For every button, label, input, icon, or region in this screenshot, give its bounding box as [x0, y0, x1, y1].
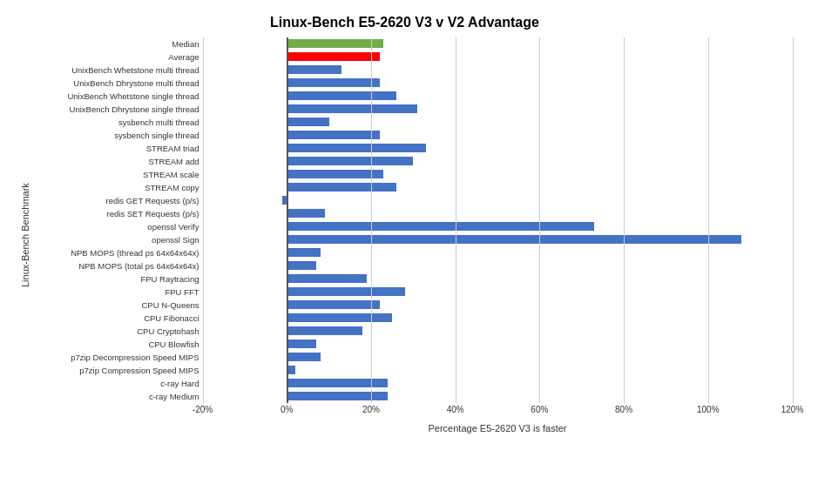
bar-element	[287, 379, 388, 387]
bar-area	[203, 377, 793, 389]
bar-row: sysbench single thread	[33, 129, 793, 141]
bar-row: STREAM copy	[33, 181, 793, 193]
bar-area	[203, 246, 793, 259]
bar-element	[287, 248, 321, 257]
bar-element	[287, 39, 383, 48]
bar-element	[287, 339, 316, 348]
bar-area	[203, 390, 793, 402]
row-label: CPU Blowfish	[33, 339, 203, 349]
bar-row: redis GET Requests (p/s)	[33, 194, 793, 206]
row-label: CPU N-Queens	[33, 300, 203, 310]
bar-row: STREAM scale	[33, 168, 793, 180]
bar-element	[287, 183, 396, 192]
bar-element	[287, 157, 413, 165]
x-tick-label: 80%	[615, 405, 632, 414]
bar-area	[203, 142, 793, 154]
bar-row: CPU Blowfish	[33, 338, 793, 350]
bar-area	[203, 325, 793, 337]
bar-element	[287, 287, 404, 296]
bar-element	[287, 65, 341, 74]
bar-row: NPB MOPS (thread ps 64x64x64x)	[33, 246, 793, 259]
x-axis-title: Percentage E5-2620 V3 is faster	[203, 423, 793, 433]
bar-element	[287, 274, 367, 283]
row-label: UnixBench Dhrystone single thread	[33, 104, 203, 114]
x-tick-label: 100%	[697, 405, 720, 414]
bar-row: redis SET Requests (p/s)	[33, 207, 793, 219]
row-label: c-ray Medium	[33, 392, 203, 401]
bar-area	[203, 194, 793, 206]
bar-row: CPU Fibonacci	[33, 312, 793, 324]
x-tick-label: -20%	[193, 405, 213, 414]
bar-area	[203, 77, 793, 89]
row-label: p7zip Decompression Speed MIPS	[33, 353, 203, 362]
chart-title: Linux-Bench E5-2620 V3 v V2 Advantage	[17, 15, 793, 30]
bar-element	[287, 52, 379, 61]
row-label: CPU Cryptohash	[33, 326, 203, 336]
x-tick-label: 120%	[781, 405, 804, 414]
bar-area	[203, 129, 793, 141]
bar-area	[203, 50, 793, 63]
bar-element	[287, 118, 328, 126]
x-tick-label: 40%	[447, 405, 464, 414]
row-label: UnixBench Dhrystone multi thread	[33, 78, 203, 88]
bar-area	[203, 364, 793, 376]
row-label: STREAM scale	[33, 170, 203, 179]
bar-area	[203, 207, 793, 219]
bar-element	[287, 353, 321, 361]
x-tick-label: 0%	[281, 405, 293, 414]
row-label: STREAM add	[33, 157, 203, 166]
bar-element	[287, 235, 741, 244]
bar-row: STREAM add	[33, 155, 793, 167]
bar-row: p7zip Compression Speed MIPS	[33, 364, 793, 376]
bar-element	[287, 78, 379, 87]
bar-element	[287, 91, 396, 100]
row-label: FPU FFT	[33, 287, 203, 297]
row-label: openssl Sign	[33, 235, 203, 245]
bar-element	[287, 104, 417, 113]
bar-row: FPU FFT	[33, 286, 793, 298]
bar-element	[287, 326, 362, 335]
bar-element	[287, 131, 379, 139]
row-label: openssl Verify	[33, 222, 203, 232]
row-label: redis GET Requests (p/s)	[33, 196, 203, 205]
bar-row: UnixBench Whetstone single thread	[33, 90, 793, 102]
bar-row: UnixBench Dhrystone multi thread	[33, 77, 793, 89]
bar-area	[203, 259, 793, 272]
bar-row: Average	[33, 50, 793, 63]
chart-container: Linux-Bench E5-2620 V3 v V2 Advantage Li…	[9, 6, 810, 498]
x-axis: -20%0%20%40%60%80%100%120%	[203, 405, 793, 407]
row-label: CPU Fibonacci	[33, 313, 203, 323]
bar-element	[287, 392, 388, 400]
x-tick-label: 60%	[531, 405, 548, 414]
row-label: sysbench single thread	[33, 131, 203, 140]
bar-area	[203, 286, 793, 298]
bar-element	[287, 366, 295, 374]
bar-row: sysbench multi thread	[33, 116, 793, 128]
bar-row: CPU Cryptohash	[33, 325, 793, 337]
bar-area	[203, 168, 793, 180]
bar-element	[287, 144, 426, 152]
bar-area	[203, 338, 793, 350]
bar-area	[203, 64, 793, 76]
bar-area	[203, 90, 793, 102]
row-label: FPU Raytracing	[33, 274, 203, 284]
row-label: STREAM triad	[33, 144, 203, 153]
bar-area	[203, 220, 793, 232]
bar-row: c-ray Hard	[33, 377, 793, 389]
bar-area	[203, 181, 793, 193]
row-label: c-ray Hard	[33, 379, 203, 388]
bar-row: NPB MOPS (total ps 64x64x64x)	[33, 259, 793, 272]
row-label: Median	[33, 39, 203, 49]
bar-area	[203, 299, 793, 311]
row-label: UnixBench Whetstone single thread	[33, 91, 203, 101]
bar-row: c-ray Medium	[33, 390, 793, 402]
bar-row: openssl Verify	[33, 220, 793, 232]
row-label: STREAM copy	[33, 183, 203, 192]
bar-area	[203, 312, 793, 324]
bar-area	[203, 351, 793, 363]
bar-element	[287, 300, 379, 309]
bar-area	[203, 116, 793, 128]
bar-area	[203, 233, 793, 245]
row-label: UnixBench Whetstone multi thread	[33, 65, 203, 75]
bar-row: Median	[33, 37, 793, 50]
